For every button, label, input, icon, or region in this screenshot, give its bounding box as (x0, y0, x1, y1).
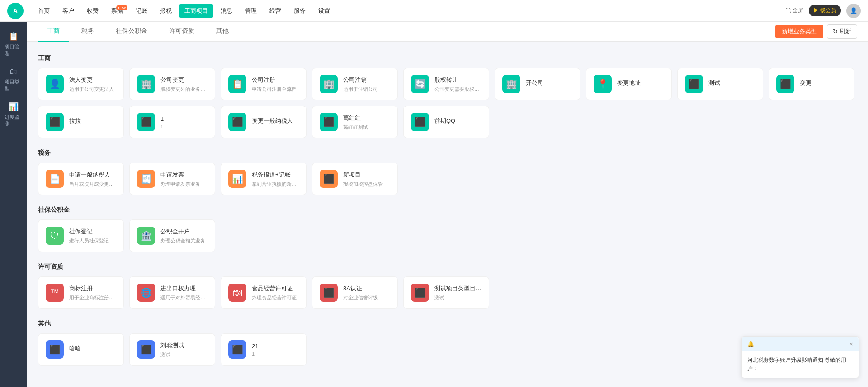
card-icon: ⬛ (411, 113, 429, 131)
card-公司注销[interactable]: 🏢 公司注销 适用于注销公司 (312, 68, 398, 100)
card-税务报道+记账[interactable]: 📊 税务报道+记账 拿到营业执照的新公司 (221, 163, 307, 195)
card-desc: 适用于对外贸易经营者 (160, 294, 208, 301)
card-公司注册[interactable]: 📋 公司注册 申请公司注册全流程 (221, 68, 307, 100)
card-info: 食品经营许可证 办理食品经营许可证 (252, 284, 299, 301)
card-21[interactable]: ⬛ 21 1 (221, 333, 307, 366)
card-申请发票[interactable]: 🧾 申请发票 办理申请发票业务 (129, 163, 215, 195)
nav-item-收费[interactable]: 收费 (81, 4, 104, 18)
card-info: 1 1 (160, 115, 208, 129)
card-info: 公积金开户 办理公积金相关业务 (160, 228, 208, 244)
nav-item-经营[interactable]: 经营 (264, 4, 287, 18)
nav-item-工商项目[interactable]: 工商项目 (179, 4, 213, 18)
cards-grid-许可资质: ™ 商标注册 用于企业商标注册服务 🌐 进出口权办理 适用于对外贸易经营者 🍽 … (38, 276, 857, 309)
card-申请一般纳税人[interactable]: 📄 申请一般纳税人 当月或次月成变更完成 (38, 163, 124, 195)
nav-item-服务[interactable]: 服务 (288, 4, 311, 18)
card-title: 变更一般纳税人 (252, 117, 299, 125)
card-title: 1 (160, 115, 208, 122)
card-desc: 办理食品经营许可证 (252, 294, 299, 301)
card-开公司[interactable]: 🏢 开公司 (495, 68, 580, 100)
card-title: 法人变更 (69, 76, 116, 84)
card-社保登记[interactable]: 🛡 社保登记 进行人员社保登记 (38, 219, 124, 252)
nav-item-首页[interactable]: 首页 (33, 4, 55, 18)
card-info: 葛红红 葛红红测试 (343, 114, 390, 131)
card-商标注册[interactable]: ™ 商标注册 用于企业商标注册服务 (38, 276, 124, 309)
card-3A认证[interactable]: ⬛ 3A认证 对企业信誉评级 (312, 276, 398, 309)
card-title: 公司变更 (160, 76, 208, 84)
notif-close[interactable]: × (849, 340, 853, 348)
sub-tab-税务[interactable]: 税务 (72, 22, 103, 42)
card-title: 公司注册 (252, 76, 299, 84)
card-title: 社保登记 (69, 228, 116, 236)
card-icon: 👤 (46, 75, 64, 93)
card-icon: ™ (46, 284, 64, 302)
content: 工商 👤 法人变更 适用于公司变更法人 🏢 公司变更 股权变更外的业务变更 📋 … (27, 42, 868, 386)
sub-tab-其他[interactable]: 其他 (207, 22, 238, 42)
card-公积金开户[interactable]: 🏦 公积金开户 办理公积金相关业务 (129, 219, 215, 252)
notif-bell-icon: 🔔 (747, 341, 754, 347)
card-测试[interactable]: ⬛ 测试 (677, 68, 763, 100)
nav-item-报税[interactable]: 报税 (155, 4, 177, 18)
nav-item-票据[interactable]: 票据new (106, 4, 128, 18)
card-葛红红[interactable]: ⬛ 葛红红 葛红红测试 (312, 106, 398, 138)
card-变更[interactable]: ⬛ 变更 (769, 68, 854, 100)
section-title-工商: 工商 (38, 54, 857, 62)
sub-tab-许可资质[interactable]: 许可资质 (160, 22, 203, 42)
card-title: 公积金开户 (160, 228, 208, 236)
nav-right: ⛶ 全屏 ▶ 畅会员 👤 (785, 4, 861, 18)
card-title: 食品经营许可证 (252, 284, 299, 293)
card-测试项目类型目定义[interactable]: ⬛ 测试项目类型目定义 测试 (403, 276, 489, 309)
sidebar-icon: 📊 (8, 101, 19, 112)
card-icon: 📊 (228, 170, 246, 188)
avatar[interactable]: 👤 (846, 4, 861, 18)
card-新项目[interactable]: ⬛ 新项目 报税加税控盘保管 (312, 163, 398, 195)
card-icon: ⬛ (46, 113, 64, 131)
card-股权转让[interactable]: 🔄 股权转让 公司变更需要股权转让 (403, 68, 489, 100)
card-info: 新项目 报税加税控盘保管 (343, 171, 390, 187)
card-公司变更[interactable]: 🏢 公司变更 股权变更外的业务变更 (129, 68, 215, 100)
sidebar-item-进度监测[interactable]: 📊进度监测 (2, 98, 25, 131)
card-前期QQ[interactable]: ⬛ 前期QQ (403, 106, 489, 138)
nav-item-消息[interactable]: 消息 (215, 4, 238, 18)
sidebar-item-项目类型[interactable]: 🗂项目类型 (2, 62, 25, 96)
card-desc: 申请公司注册全流程 (252, 86, 299, 93)
card-进出口权办理[interactable]: 🌐 进出口权办理 适用于对外贸易经营者 (129, 276, 215, 309)
new-type-button[interactable]: 新增业务类型 (775, 25, 823, 38)
cards-grid-工商: 👤 法人变更 适用于公司变更法人 🏢 公司变更 股权变更外的业务变更 📋 公司注… (38, 68, 857, 138)
nav-item-管理[interactable]: 管理 (240, 4, 262, 18)
card-拉拉[interactable]: ⬛ 拉拉 (38, 106, 124, 138)
card-title: 税务报道+记账 (252, 171, 299, 179)
card-icon: ⬛ (137, 340, 155, 359)
card-desc: 测试 (160, 351, 208, 358)
nav-item-设置[interactable]: 设置 (313, 4, 335, 18)
card-title: 进出口权办理 (160, 284, 208, 293)
sidebar-item-项目管理[interactable]: 📋项目管理 (2, 27, 25, 61)
card-icon: ⬛ (320, 170, 338, 188)
card-刘聪测试[interactable]: ⬛ 刘聪测试 测试 (129, 333, 215, 366)
logo: A (7, 3, 24, 19)
fullscreen-btn[interactable]: ⛶ 全屏 (785, 7, 803, 14)
card-info: 拉拉 (69, 117, 116, 127)
card-info: 变更地址 (617, 79, 664, 89)
main: 工商税务社保公积金许可资质其他 新增业务类型 ↻ 刷新 工商 👤 法人变更 适用… (27, 22, 868, 387)
refresh-button[interactable]: ↻ 刷新 (827, 24, 857, 39)
card-title: 前期QQ (434, 117, 481, 125)
vip-btn[interactable]: ▶ 畅会员 (809, 5, 841, 16)
card-icon: 📋 (228, 75, 246, 93)
card-变更地址[interactable]: 📍 变更地址 (586, 68, 672, 100)
card-食品经营许可证[interactable]: 🍽 食品经营许可证 办理食品经营许可证 (221, 276, 307, 309)
card-info: 公司变更 股权变更外的业务变更 (160, 76, 208, 93)
card-icon: 🏢 (320, 75, 338, 93)
sub-tab-工商[interactable]: 工商 (38, 22, 69, 42)
card-1[interactable]: ⬛ 1 1 (129, 106, 215, 138)
card-desc: 股权变更外的业务变更 (160, 86, 208, 93)
sub-tab-社保公积金[interactable]: 社保公积金 (107, 22, 156, 42)
card-icon: 📄 (46, 170, 64, 188)
nav-item-客户[interactable]: 客户 (57, 4, 80, 18)
card-info: 开公司 (526, 79, 573, 89)
card-法人变更[interactable]: 👤 法人变更 适用于公司变更法人 (38, 68, 124, 100)
card-desc: 办理公积金相关业务 (160, 238, 208, 244)
nav-item-记账[interactable]: 记账 (130, 4, 153, 18)
card-哈哈[interactable]: ⬛ 哈哈 (38, 333, 124, 366)
card-变更一般纳税人[interactable]: ⬛ 变更一般纳税人 (221, 106, 307, 138)
card-icon: 🍽 (228, 284, 246, 302)
